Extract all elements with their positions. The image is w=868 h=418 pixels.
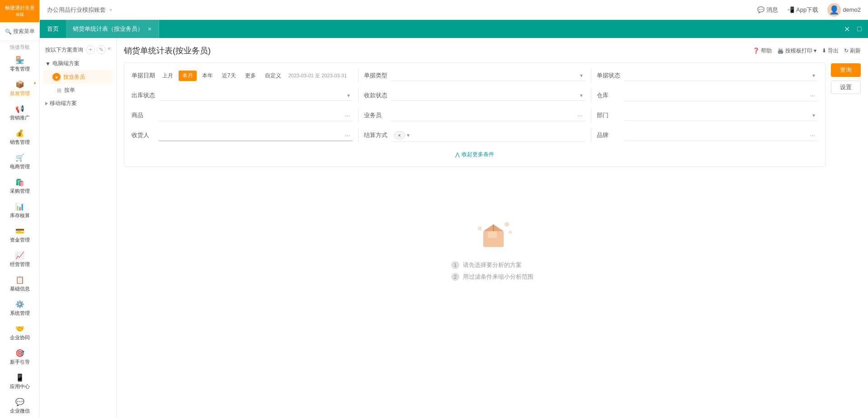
docstatus-input[interactable]: [627, 72, 811, 79]
sidebar-item-ops[interactable]: 📈 经营管理: [0, 247, 39, 271]
edit-scheme-button[interactable]: ✎: [97, 45, 106, 54]
filter-outstatus-field: 出库状态 ▾: [132, 90, 353, 101]
sidebar-item-wholesale[interactable]: 📦 批发管理: [0, 76, 39, 100]
template-print-button[interactable]: 🖨️ 按模板打印 ▾: [777, 47, 816, 55]
dept-input[interactable]: [627, 112, 811, 119]
settle-input-wrap[interactable]: × ▾: [391, 129, 585, 142]
basic-label: 基础信息: [10, 285, 30, 292]
filter-divider-3: [358, 88, 359, 103]
brand-input[interactable]: [627, 132, 808, 138]
collectstatus-input[interactable]: [394, 92, 578, 99]
quick-nav-label: 快捷导航: [0, 41, 39, 52]
brand-input-wrap[interactable]: ···: [624, 130, 818, 141]
sidebar-item-sales[interactable]: 💰 销售管理: [0, 125, 39, 149]
search-menu-button[interactable]: 🔍 搜索菜单: [3, 26, 37, 37]
collectstatus-dropdown-icon[interactable]: ▾: [580, 92, 583, 99]
date-tab-last-month[interactable]: 上月: [159, 71, 177, 81]
doctype-label: 单据类型: [364, 71, 391, 80]
help-label: 帮助: [761, 47, 772, 55]
sidebar-item-ecom[interactable]: 🛒 电商管理: [0, 149, 39, 174]
svg-rect-2: [488, 231, 497, 238]
warehouse-input-wrap[interactable]: ···: [624, 90, 818, 101]
warehouse-input[interactable]: [627, 92, 808, 99]
page-title-row: 销货单统计表(按业务员) ❓ 帮助 🖨️ 按模板打印 ▾ ⬇ 导出: [124, 45, 861, 56]
collapse-panel-button[interactable]: «: [108, 45, 111, 54]
sidebar-item-finance[interactable]: 💳 资金管理: [0, 223, 39, 247]
filter-goods-field: 商品 ···: [132, 110, 353, 121]
finance-icon: 💳: [15, 226, 24, 235]
sidebar-item-retail[interactable]: 🏪 零售管理: [0, 52, 39, 76]
query-button[interactable]: 查询: [831, 63, 861, 77]
date-tab-custom[interactable]: 自定义: [261, 71, 285, 81]
doctype-input-wrap[interactable]: ▾: [391, 71, 585, 81]
app-download-button[interactable]: 📲 App下载: [787, 6, 818, 14]
sidebar-item-coop[interactable]: 🤝 企业协同: [0, 320, 39, 345]
mobile-scheme-section[interactable]: 移动端方案: [40, 97, 116, 110]
scheme-item-salesman[interactable]: ● 按业务员: [43, 70, 113, 84]
sidebar-item-inventory[interactable]: 📊 库存核算: [0, 198, 39, 223]
purchase-label: 采购管理: [10, 188, 30, 195]
outstatus-input[interactable]: [161, 92, 345, 99]
user-menu-button[interactable]: 👤 demo2: [827, 3, 861, 17]
collectstatus-input-wrap[interactable]: ▾: [391, 90, 585, 101]
goods-input-wrap[interactable]: ···: [159, 110, 353, 121]
goods-more-icon[interactable]: ···: [345, 112, 350, 119]
sidebar-item-wechat[interactable]: 💬 企业微信: [0, 394, 39, 418]
salesman-more-icon[interactable]: ···: [577, 112, 583, 119]
date-tab-7days[interactable]: 近7天: [218, 71, 240, 81]
tab-home[interactable]: 首页: [40, 20, 66, 38]
date-tab-this-month[interactable]: 本月: [179, 71, 197, 81]
search-icon: 🔍: [5, 28, 12, 35]
scheme-sub-item-order[interactable]: ⊞ 按单: [43, 84, 113, 97]
salesman-input[interactable]: [394, 112, 576, 119]
help-button[interactable]: ❓ 帮助: [753, 47, 772, 55]
date-tab-more[interactable]: 更多: [241, 71, 259, 81]
sidebar-item-purchase[interactable]: 🛍️ 采购管理: [0, 174, 39, 198]
export-button[interactable]: ⬇ 导出: [822, 47, 839, 55]
docstatus-dropdown-icon[interactable]: ▾: [812, 72, 815, 79]
settle-dropdown-icon[interactable]: ▾: [407, 132, 410, 138]
tab-close-window-button[interactable]: ✕: [842, 23, 852, 35]
docstatus-input-wrap[interactable]: ▾: [624, 71, 818, 81]
message-label: 消息: [766, 6, 778, 14]
dept-dropdown-icon[interactable]: ▾: [812, 112, 815, 119]
warehouse-more-icon[interactable]: ···: [810, 92, 815, 99]
sidebar-item-system[interactable]: ⚙️ 系统管理: [0, 296, 39, 320]
recipient-input-wrap[interactable]: ···: [159, 130, 353, 141]
brand-more-icon[interactable]: ···: [810, 132, 815, 139]
tab-maximize-button[interactable]: □: [855, 23, 863, 35]
collapse-more-button[interactable]: ⋀ 收起更多条件: [132, 148, 818, 161]
pc-scheme-header[interactable]: ▼ 电脑端方案: [43, 57, 113, 70]
recipient-input[interactable]: [161, 132, 343, 138]
username-label: demo2: [843, 6, 861, 13]
salesman-input-wrap[interactable]: ···: [391, 110, 585, 121]
goods-input[interactable]: [161, 112, 343, 119]
recipient-more-icon[interactable]: ···: [345, 132, 350, 139]
tab-close-button[interactable]: ×: [147, 24, 152, 33]
outstatus-dropdown-icon[interactable]: ▾: [347, 92, 350, 99]
sidebar-item-basic[interactable]: 📋 基础信息: [0, 271, 39, 296]
sidebar-item-newbie[interactable]: 🎯 新手引导: [0, 345, 39, 369]
outstatus-input-wrap[interactable]: ▾: [159, 90, 353, 101]
tab-current[interactable]: 销货单统计表（按业务员） ×: [66, 20, 159, 38]
date-tab-this-year[interactable]: 本年: [198, 71, 217, 81]
settle-tag-close[interactable]: ×: [398, 133, 401, 138]
date-selector: 上月 本月 本年 近7天: [159, 71, 353, 81]
settings-button[interactable]: 设置: [831, 81, 861, 94]
left-panel: 按以下方案查询 + ✎ « ▼ 电脑端方案 ● 按业务员 ⊞ 按: [40, 38, 117, 418]
settle-clear-tag[interactable]: ×: [394, 131, 405, 139]
add-scheme-button[interactable]: +: [86, 45, 95, 54]
panel-title: 按以下方案查询: [45, 46, 83, 54]
dept-input-wrap[interactable]: ▾: [624, 110, 818, 121]
search-menu-label: 搜索菜单: [13, 28, 35, 35]
basic-icon: 📋: [15, 275, 24, 284]
refresh-button[interactable]: ↻ 刷新: [844, 47, 861, 55]
sidebar-item-marketing[interactable]: 📢 营销推广: [0, 100, 39, 125]
doctype-dropdown-icon[interactable]: ▾: [580, 72, 583, 79]
sidebar-item-appstore[interactable]: 📱 应用中心: [0, 369, 39, 394]
help-icon: ❓: [753, 48, 760, 54]
doctype-input[interactable]: [394, 72, 578, 79]
message-button[interactable]: 💬 消息: [757, 6, 778, 14]
filter-row-4: 收货人 ··· 结算方式: [132, 128, 818, 142]
wechat-icon: 💬: [15, 397, 24, 406]
